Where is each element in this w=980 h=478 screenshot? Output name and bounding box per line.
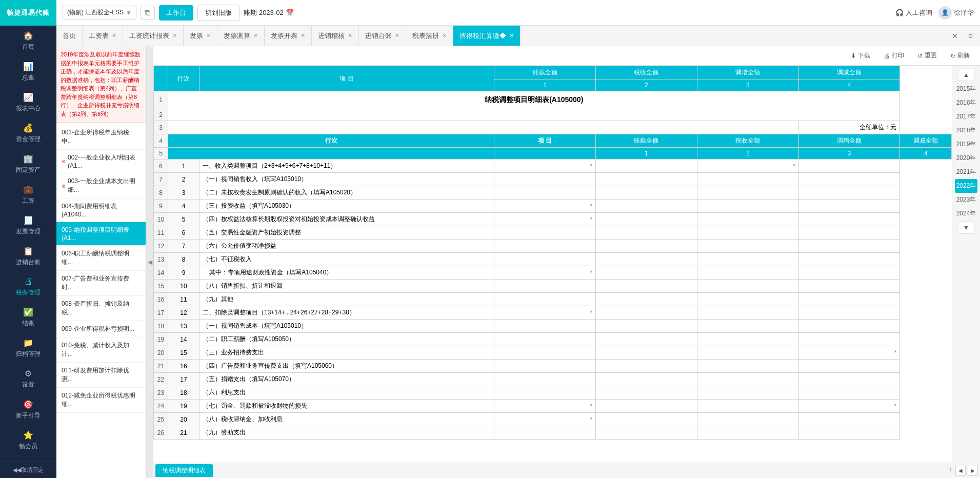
data-cell[interactable]: [697, 213, 798, 226]
data-cell[interactable]: *: [494, 200, 596, 213]
data-cell[interactable]: [596, 360, 697, 373]
data-cell[interactable]: [798, 386, 900, 400]
data-cell[interactable]: [494, 293, 596, 306]
year-btn-2018[interactable]: 2018年: [955, 124, 977, 137]
sidebar-item-report-center[interactable]: 📈 报表中心: [0, 87, 56, 118]
data-cell[interactable]: [798, 266, 900, 280]
sidebar-item-vip[interactable]: ⭐ 畅会员: [0, 425, 56, 456]
user-info[interactable]: 👤 徐泽华: [938, 6, 974, 19]
data-cell[interactable]: [697, 200, 798, 213]
data-cell[interactable]: [697, 240, 798, 253]
data-cell[interactable]: [494, 253, 596, 266]
tab-invoice-open[interactable]: 发票开票 ✕: [265, 26, 312, 46]
year-btn-2024[interactable]: 2024年: [955, 207, 977, 221]
data-cell[interactable]: [494, 346, 596, 360]
user-service[interactable]: 🎧 人工咨询: [895, 8, 932, 17]
sidebar-item-invoice[interactable]: 🧾 发票管理: [0, 210, 56, 241]
data-cell[interactable]: [697, 253, 798, 266]
data-cell[interactable]: [596, 306, 697, 320]
tab-purchase-check[interactable]: 进销稽核 ✕: [312, 26, 359, 46]
sidebar-item-tax[interactable]: 🖨 税务管理: [0, 272, 56, 302]
data-cell[interactable]: [596, 426, 697, 440]
sidebar-item-sales-ledger[interactable]: 📋 进销台账: [0, 241, 56, 272]
data-cell[interactable]: [697, 186, 798, 200]
data-cell[interactable]: [596, 413, 697, 426]
left-menu-item-002[interactable]: ⊗ 002-一般企业收入明细表(A1...: [56, 150, 146, 173]
data-cell[interactable]: *: [798, 400, 900, 413]
sidebar-item-fixed-assets[interactable]: 🏢 固定资产: [0, 149, 56, 180]
left-menu-item-006[interactable]: 006-职工薪酬纳税调整明细...: [56, 246, 146, 271]
data-cell[interactable]: [798, 320, 900, 333]
left-menu-item-008[interactable]: 008-资产折旧、摊销及纳税...: [56, 296, 146, 321]
tab-income-tax[interactable]: 所得税汇算缴◆ ✕: [453, 26, 521, 46]
tab-invoice[interactable]: 发票 ✕: [184, 26, 217, 46]
data-cell[interactable]: [596, 240, 697, 253]
data-cell[interactable]: [798, 413, 900, 426]
data-cell[interactable]: [697, 333, 798, 346]
data-cell[interactable]: [596, 226, 697, 240]
data-cell[interactable]: [596, 346, 697, 360]
data-cell[interactable]: *: [697, 160, 798, 173]
sidebar-item-settings[interactable]: ⚙ 设置: [0, 364, 56, 394]
data-cell[interactable]: [798, 186, 900, 200]
data-cell[interactable]: [596, 160, 697, 173]
tab-close-icon[interactable]: ✕: [442, 32, 447, 39]
data-cell[interactable]: *: [494, 413, 596, 426]
left-menu-item-007[interactable]: 007-广告费和业务宣传费时...: [56, 271, 146, 296]
data-cell[interactable]: [697, 293, 798, 306]
data-cell[interactable]: [494, 240, 596, 253]
data-cell[interactable]: [494, 360, 596, 373]
print-button[interactable]: 🖨 打印: [879, 49, 908, 62]
sidebar-item-payroll[interactable]: 💼 工资: [0, 180, 56, 210]
tab-payroll-stats[interactable]: 工资统计报表 ✕: [123, 26, 184, 46]
tab-close-icon[interactable]: ✕: [253, 32, 258, 39]
data-cell[interactable]: [596, 400, 697, 413]
more-tabs-button[interactable]: ≡: [963, 28, 978, 44]
left-menu-item-009[interactable]: 009-企业所得税补亏损明...: [56, 321, 146, 337]
refresh-button[interactable]: ↻ 刷新: [946, 49, 974, 62]
data-cell[interactable]: [697, 346, 798, 360]
tab-close-icon[interactable]: ✕: [112, 32, 116, 39]
data-cell[interactable]: [798, 360, 900, 373]
data-cell[interactable]: [798, 213, 900, 226]
data-cell[interactable]: [596, 186, 697, 200]
data-cell[interactable]: [697, 173, 798, 186]
copy-button[interactable]: ⧉: [141, 6, 155, 20]
data-cell[interactable]: [596, 373, 697, 386]
data-cell[interactable]: [697, 426, 798, 440]
bottom-tab-adjust[interactable]: 纳税调整明细表: [155, 464, 213, 477]
data-cell[interactable]: *: [494, 160, 596, 173]
year-up-button[interactable]: ▲: [958, 69, 974, 81]
old-version-button[interactable]: 切到旧版: [197, 5, 239, 21]
table-wrapper[interactable]: 行次 项 目 账载全额 税收全额 调增全额 调减全额 1 2 3: [153, 66, 952, 463]
reset-button[interactable]: ↺ 重置: [913, 49, 941, 62]
data-cell[interactable]: [697, 266, 798, 280]
data-cell[interactable]: [596, 293, 697, 306]
download-button[interactable]: ⬇ 下载: [847, 49, 874, 62]
data-cell[interactable]: [798, 333, 900, 346]
year-btn-2021[interactable]: 2021年: [955, 165, 977, 179]
left-menu-item-001[interactable]: 001-企业所得税年度纳税申...: [56, 125, 146, 150]
data-cell[interactable]: [798, 173, 900, 186]
left-menu-item-005[interactable]: 005-纳税调整项目明细表(A1...: [56, 222, 146, 246]
close-tab-button[interactable]: ✕: [947, 28, 963, 44]
data-cell[interactable]: [798, 200, 900, 213]
year-btn-2020[interactable]: 2020年: [955, 151, 977, 165]
year-btn-2015[interactable]: 2015年: [955, 82, 977, 96]
workbench-button[interactable]: 工作台: [159, 5, 193, 21]
data-cell[interactable]: [798, 226, 900, 240]
data-cell[interactable]: *: [494, 213, 596, 226]
data-cell[interactable]: [697, 360, 798, 373]
data-cell[interactable]: *: [798, 346, 900, 360]
tab-payroll[interactable]: 工资表 ✕: [83, 26, 123, 46]
data-cell[interactable]: [494, 386, 596, 400]
data-cell[interactable]: *: [494, 266, 596, 280]
data-cell[interactable]: [494, 426, 596, 440]
data-cell[interactable]: [494, 333, 596, 346]
tab-close-icon[interactable]: ✕: [206, 32, 211, 39]
data-cell[interactable]: [596, 266, 697, 280]
data-cell[interactable]: [697, 320, 798, 333]
data-cell[interactable]: [596, 213, 697, 226]
tab-purchase-ledger[interactable]: 进销台账 ✕: [359, 26, 406, 46]
tab-close-icon[interactable]: ✕: [172, 32, 177, 39]
